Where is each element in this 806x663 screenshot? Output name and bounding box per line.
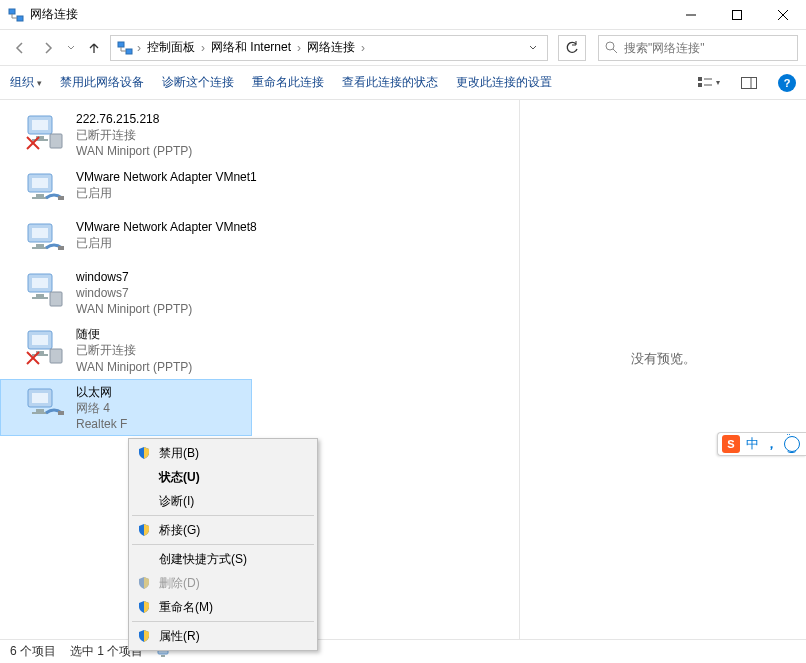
svg-rect-35 <box>36 294 44 297</box>
connection-vpn-icon <box>24 268 66 310</box>
ctx-rename[interactable]: 重命名(M) <box>131 595 315 619</box>
window-controls <box>668 0 806 30</box>
connection-device: WAN Miniport (PPTP) <box>76 359 192 375</box>
connection-status: 已断开连接 <box>76 127 192 143</box>
window-title: 网络连接 <box>30 6 668 23</box>
address-dropdown[interactable] <box>525 44 541 52</box>
connection-status: windows7 <box>76 285 192 301</box>
address-bar[interactable]: › 控制面板 › 网络和 Internet › 网络连接 › <box>110 35 548 61</box>
svg-rect-20 <box>50 134 62 148</box>
connection-name: windows7 <box>76 269 192 285</box>
svg-rect-36 <box>32 297 48 299</box>
view-status-button[interactable]: 查看此连接的状态 <box>342 74 438 91</box>
organize-menu[interactable]: 组织 <box>10 74 42 91</box>
help-button[interactable]: ? <box>778 74 796 92</box>
preview-pane: 没有预览。 <box>520 100 806 639</box>
status-bar: 6 个项目 选中 1 个项目 <box>0 639 806 663</box>
connection-enabled-icon <box>24 168 66 210</box>
connection-item[interactable]: 222.76.215.218 已断开连接 WAN Miniport (PPTP) <box>0 106 519 164</box>
ctx-disable[interactable]: 禁用(B) <box>131 441 315 465</box>
breadcrumb-segment[interactable]: 网络连接 <box>305 39 357 56</box>
ctx-properties[interactable]: 属性(R) <box>131 624 315 648</box>
svg-rect-0 <box>9 9 15 14</box>
svg-rect-1 <box>17 16 23 21</box>
svg-rect-42 <box>50 349 62 363</box>
connection-status: 网络 4 <box>76 400 127 416</box>
minimize-button[interactable] <box>668 0 714 30</box>
sogou-logo-icon[interactable]: S <box>722 435 740 453</box>
connection-item[interactable]: 随便 已断开连接 WAN Miniport (PPTP) <box>0 321 519 379</box>
maximize-button[interactable] <box>714 0 760 30</box>
menu-separator <box>132 544 314 545</box>
menu-separator <box>132 515 314 516</box>
shield-icon <box>137 629 151 643</box>
connection-status: 已启用 <box>76 235 257 251</box>
ime-emoji-icon[interactable] <box>784 436 800 452</box>
disable-device-button[interactable]: 禁用此网络设备 <box>60 74 144 91</box>
svg-rect-46 <box>32 393 48 403</box>
chevron-right-icon[interactable]: › <box>201 41 205 55</box>
no-preview-text: 没有预览。 <box>631 350 696 368</box>
diagnose-button[interactable]: 诊断这个连接 <box>162 74 234 91</box>
recent-dropdown[interactable] <box>64 36 78 60</box>
chevron-right-icon[interactable]: › <box>137 41 141 55</box>
breadcrumb-segment[interactable]: 控制面板 <box>145 39 197 56</box>
connection-status: 已断开连接 <box>76 342 192 358</box>
svg-rect-39 <box>32 335 48 345</box>
view-options-button[interactable]: ▾ <box>698 72 720 94</box>
close-button[interactable] <box>760 0 806 30</box>
back-button[interactable] <box>8 36 32 60</box>
svg-rect-37 <box>50 292 62 306</box>
svg-rect-24 <box>32 178 48 188</box>
connection-ethernet-icon <box>24 383 66 425</box>
svg-rect-25 <box>36 194 44 197</box>
ime-mode[interactable]: 中 <box>746 435 759 453</box>
connection-device: Realtek F <box>76 416 127 432</box>
connection-enabled-icon <box>24 218 66 260</box>
chevron-right-icon[interactable]: › <box>361 41 365 55</box>
titlebar: 网络连接 <box>0 0 806 30</box>
command-bar: 组织 禁用此网络设备 诊断这个连接 重命名此连接 查看此连接的状态 更改此连接的… <box>0 66 806 100</box>
svg-rect-7 <box>126 49 132 54</box>
svg-line-9 <box>613 49 617 53</box>
menu-separator <box>132 621 314 622</box>
chevron-right-icon[interactable]: › <box>297 41 301 55</box>
connection-item-selected[interactable]: 以太网 网络 4 Realtek F <box>0 379 252 437</box>
rename-button[interactable]: 重命名此连接 <box>252 74 324 91</box>
shield-icon <box>137 446 151 460</box>
breadcrumb-segment[interactable]: 网络和 Internet <box>209 39 293 56</box>
forward-button[interactable] <box>36 36 60 60</box>
ctx-status[interactable]: 状态(U) <box>131 465 315 489</box>
connection-name: VMware Network Adapter VMnet1 <box>76 169 257 185</box>
svg-rect-30 <box>36 244 44 247</box>
search-input[interactable] <box>624 41 791 55</box>
connection-device: WAN Miniport (PPTP) <box>76 143 192 159</box>
svg-rect-32 <box>58 246 64 250</box>
refresh-button[interactable] <box>558 35 586 61</box>
change-settings-button[interactable]: 更改此连接的设置 <box>456 74 552 91</box>
ctx-diagnose[interactable]: 诊断(I) <box>131 489 315 513</box>
connection-name: 222.76.215.218 <box>76 111 192 127</box>
ctx-shortcut[interactable]: 创建快捷方式(S) <box>131 547 315 571</box>
svg-rect-51 <box>161 655 165 657</box>
connection-name: VMware Network Adapter VMnet8 <box>76 219 257 235</box>
context-menu: 禁用(B) 状态(U) 诊断(I) 桥接(G) 创建快捷方式(S) 删除(D) … <box>128 438 318 651</box>
svg-rect-27 <box>58 196 64 200</box>
preview-pane-button[interactable] <box>738 72 760 94</box>
connection-disconnected-icon <box>24 325 66 367</box>
connection-item[interactable]: VMware Network Adapter VMnet8 已启用 <box>0 214 519 264</box>
shield-icon <box>137 523 151 537</box>
connection-device: WAN Miniport (PPTP) <box>76 301 192 317</box>
up-button[interactable] <box>82 36 106 60</box>
search-box[interactable] <box>598 35 798 61</box>
ime-punct[interactable]: ， <box>765 435 778 453</box>
connection-item[interactable]: VMware Network Adapter VMnet1 已启用 <box>0 164 519 214</box>
connection-item[interactable]: windows7 windows7 WAN Miniport (PPTP) <box>0 264 519 322</box>
ime-toolbar[interactable]: S 中 ， <box>717 432 806 456</box>
svg-rect-11 <box>698 83 702 87</box>
connection-name: 随便 <box>76 326 192 342</box>
svg-point-8 <box>606 42 614 50</box>
ctx-bridge[interactable]: 桥接(G) <box>131 518 315 542</box>
connection-disconnected-icon <box>24 110 66 152</box>
svg-rect-6 <box>118 42 124 47</box>
